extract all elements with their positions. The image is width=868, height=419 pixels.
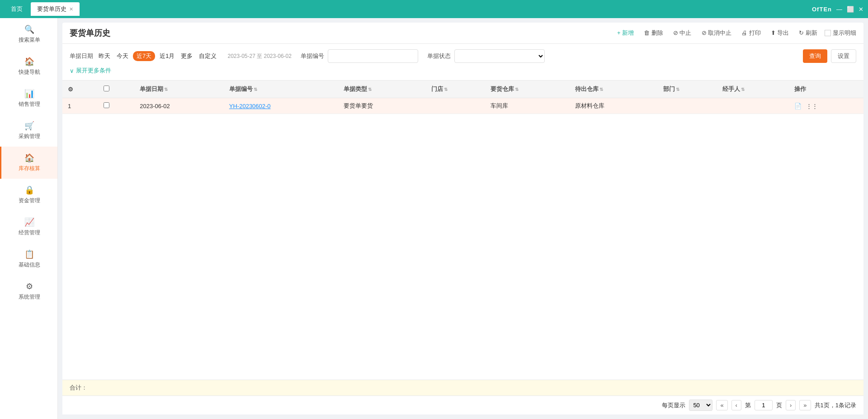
total-info: 共1页，1条记录 bbox=[815, 401, 856, 409]
date-btn-today[interactable]: 今天 bbox=[115, 51, 130, 61]
page-header: 要货单历史 + 新增 🗑 删除 ⊘ 中止 ⊘ 取消中止 🖨 打印 ⬆ 导出 ↻ … bbox=[62, 23, 863, 44]
sort-dept-icon[interactable]: ⇅ bbox=[676, 87, 679, 92]
date-btn-more[interactable]: 更多 bbox=[179, 51, 194, 61]
th-number: 单据编号⇅ bbox=[224, 81, 338, 98]
pagination-bar: 每页显示 102050100 « ‹ 第 页 › » 共1页，1条记录 bbox=[62, 395, 863, 414]
date-quick-btns: 昨天 今天 近7天 近1月 更多 自定义 bbox=[97, 51, 218, 61]
window-close-btn[interactable]: ✕ bbox=[859, 6, 863, 13]
sort-number-icon[interactable]: ⇅ bbox=[254, 87, 257, 92]
date-filter: 单据日期 昨天 今天 近7天 近1月 更多 自定义 bbox=[70, 51, 218, 61]
stop-button[interactable]: ⊘ 中止 bbox=[670, 27, 694, 39]
page-title: 要货单历史 bbox=[70, 28, 110, 38]
sort-date-icon[interactable]: ⇅ bbox=[164, 87, 168, 92]
sidebar-item-system[interactable]: ⚙ 系统管理 bbox=[0, 275, 57, 307]
tab-close-icon[interactable]: ✕ bbox=[69, 6, 73, 12]
th-store: 门店⇅ bbox=[426, 81, 485, 98]
th-dept: 部门⇅ bbox=[658, 81, 717, 98]
home-icon: 🏠 bbox=[24, 57, 34, 67]
show-detail-label[interactable]: 显示明细 bbox=[825, 29, 856, 37]
cell-action: 📄 ⋮⋮ bbox=[789, 98, 863, 114]
cell-date: 2023-06-02 bbox=[134, 98, 224, 114]
add-button[interactable]: + 新增 bbox=[614, 27, 637, 39]
date-btn-yesterday[interactable]: 昨天 bbox=[97, 51, 112, 61]
doc-number-link[interactable]: YH-20230602-0 bbox=[229, 103, 271, 110]
table-header-row: ⚙ 单据日期⇅ 单据编号⇅ 单据类型⇅ 门店⇅ 要货仓库⇅ 待出仓库⇅ 部门⇅ … bbox=[62, 81, 863, 98]
per-page-select[interactable]: 102050100 bbox=[689, 400, 712, 411]
sort-handler-icon[interactable]: ⇅ bbox=[741, 87, 745, 92]
page-suffix: 页 bbox=[776, 401, 782, 409]
show-detail-text: 显示明细 bbox=[833, 29, 856, 37]
edit-action-icon[interactable]: 📄 bbox=[794, 103, 802, 110]
doc-number-filter: 单据编号 bbox=[301, 49, 418, 63]
sidebar-item-inventory[interactable]: 🏠 库存核算 bbox=[0, 147, 57, 179]
th-action: 操作 bbox=[789, 81, 863, 98]
cell-store bbox=[426, 98, 485, 114]
per-page-label: 每页显示 bbox=[662, 401, 685, 409]
finance-icon: 🔒 bbox=[24, 185, 34, 195]
maximize-btn[interactable]: ⬜ bbox=[847, 6, 854, 13]
operation-icon: 📈 bbox=[24, 217, 34, 227]
main-content-wrapper: 要货单历史 + 新增 🗑 删除 ⊘ 中止 ⊘ 取消中止 🖨 打印 ⬆ 导出 ↻ … bbox=[62, 23, 863, 414]
sort-type-icon[interactable]: ⇅ bbox=[368, 87, 372, 92]
date-btn-custom[interactable]: 自定义 bbox=[197, 51, 218, 61]
sidebar-item-sales[interactable]: 📊 销售管理 bbox=[0, 82, 57, 114]
header-actions: + 新增 🗑 删除 ⊘ 中止 ⊘ 取消中止 🖨 打印 ⬆ 导出 ↻ 刷新 显示明… bbox=[614, 27, 856, 39]
sidebar-item-finance[interactable]: 🔒 资金管理 bbox=[0, 179, 57, 211]
show-detail-checkbox[interactable] bbox=[825, 30, 831, 36]
cell-handler bbox=[717, 98, 789, 114]
sidebar-item-search[interactable]: 🔍 搜索菜单 bbox=[0, 18, 57, 50]
tab-active-label: 要货单历史 bbox=[37, 5, 66, 13]
sidebar-item-operation[interactable]: 📈 经营管理 bbox=[0, 211, 57, 243]
date-btn-7days[interactable]: 近7天 bbox=[133, 51, 155, 61]
sidebar-item-purchase[interactable]: 🛒 采购管理 bbox=[0, 114, 57, 147]
basic-icon: 📋 bbox=[24, 249, 34, 259]
status-select[interactable] bbox=[454, 49, 545, 63]
prev-page-btn[interactable]: ‹ bbox=[731, 400, 741, 410]
settings-button[interactable]: 设置 bbox=[831, 49, 856, 63]
row-checkbox[interactable] bbox=[104, 102, 109, 108]
th-date: 单据日期⇅ bbox=[134, 81, 224, 98]
th-pending-warehouse: 待出仓库⇅ bbox=[570, 81, 657, 98]
main-layout: 🔍 搜索菜单 🏠 快捷导航 📊 销售管理 🛒 采购管理 🏠 库存核算 🔒 资金管… bbox=[0, 18, 868, 419]
th-settings: ⚙ bbox=[62, 81, 98, 98]
delete-button[interactable]: 🗑 删除 bbox=[641, 27, 666, 39]
sidebar-item-operation-label: 经营管理 bbox=[19, 229, 40, 237]
sort-req-icon[interactable]: ⇅ bbox=[515, 87, 519, 92]
sidebar-item-search-label: 搜索菜单 bbox=[19, 36, 40, 44]
sidebar-item-basic-label: 基础信息 bbox=[19, 261, 40, 269]
tab-active[interactable]: 要货单历史 ✕ bbox=[31, 2, 80, 16]
query-button[interactable]: 查询 bbox=[803, 49, 827, 63]
inventory-icon: 🏠 bbox=[24, 153, 34, 163]
select-all-checkbox[interactable] bbox=[104, 86, 109, 91]
tab-home[interactable]: 首页 bbox=[5, 2, 29, 16]
print-button[interactable]: 🖨 打印 bbox=[739, 27, 764, 39]
sidebar-item-finance-label: 资金管理 bbox=[19, 197, 40, 205]
status-filter: 单据状态 bbox=[427, 49, 545, 63]
expand-more-btn[interactable]: ∨ 展开更多条件 bbox=[70, 67, 856, 75]
next-page-btn[interactable]: › bbox=[786, 400, 796, 410]
sort-store-icon[interactable]: ⇅ bbox=[444, 87, 448, 92]
table-area: ⚙ 单据日期⇅ 单据编号⇅ 单据类型⇅ 门店⇅ 要货仓库⇅ 待出仓库⇅ 部门⇅ … bbox=[62, 81, 863, 380]
export-button[interactable]: ⬆ 导出 bbox=[768, 27, 792, 39]
first-page-btn[interactable]: « bbox=[716, 400, 727, 410]
system-icon: ⚙ bbox=[26, 281, 33, 291]
cancel-stop-button[interactable]: ⊘ 取消中止 bbox=[699, 27, 735, 39]
more-action-icon[interactable]: ⋮⋮ bbox=[806, 103, 818, 110]
minimize-btn[interactable]: — bbox=[836, 6, 842, 13]
page-input[interactable] bbox=[755, 400, 773, 410]
brand-logo: OfTEn bbox=[812, 6, 832, 13]
refresh-button[interactable]: ↻ 刷新 bbox=[796, 27, 820, 39]
cell-req-warehouse: 车间库 bbox=[485, 98, 570, 114]
settings-col-icon[interactable]: ⚙ bbox=[68, 86, 73, 93]
sort-pending-icon[interactable]: ⇅ bbox=[599, 87, 603, 92]
th-checkbox bbox=[98, 81, 135, 98]
th-req-warehouse: 要货仓库⇅ bbox=[485, 81, 570, 98]
sidebar-item-quicknav[interactable]: 🏠 快捷导航 bbox=[0, 50, 57, 82]
status-label: 单据状态 bbox=[427, 52, 451, 60]
date-range-display: 2023-05-27 至 2023-06-02 bbox=[227, 52, 291, 60]
sidebar-item-basic[interactable]: 📋 基础信息 bbox=[0, 243, 57, 275]
cell-pending-warehouse: 原材料仓库 bbox=[570, 98, 657, 114]
date-btn-1month[interactable]: 近1月 bbox=[158, 51, 176, 61]
doc-number-input[interactable] bbox=[328, 49, 418, 63]
last-page-btn[interactable]: » bbox=[799, 400, 811, 410]
